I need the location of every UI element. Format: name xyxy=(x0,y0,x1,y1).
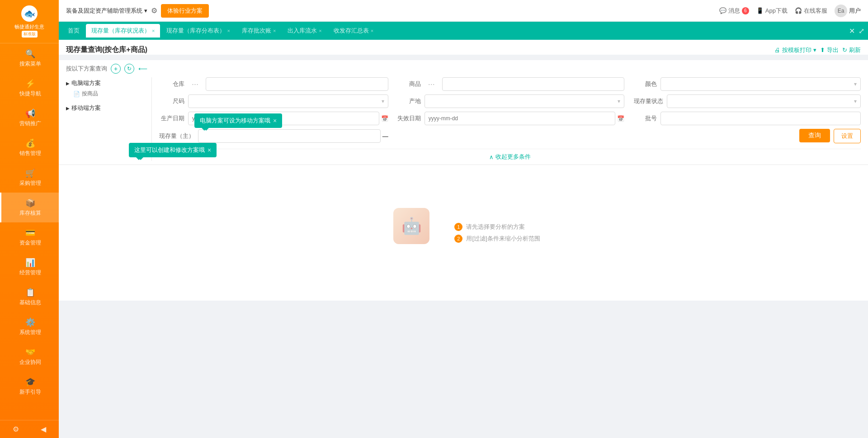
size-label: 尺码 xyxy=(159,97,184,105)
reset-button[interactable]: 设置 xyxy=(834,129,861,143)
desktop-scheme-item[interactable]: ▶ 电脑端方案 xyxy=(66,77,146,89)
empty-content: 🤖 1 请先选择要分析的方案 2 用[过滤]条件来缩小分析范围 xyxy=(387,208,540,258)
mobile-scheme-item[interactable]: ▶ 移动端方案 xyxy=(66,102,146,114)
tooltip2-close-btn[interactable]: × xyxy=(208,146,211,154)
warehouse-input-wrapper[interactable] xyxy=(206,77,388,91)
stock-main-range: — xyxy=(198,129,388,143)
page-title-bar: 现存量查询(按仓库+商品) 🖨 按模板打印 ▾ ⬆ 导出 ↻ 刷新 xyxy=(66,45,861,55)
expire-date-start[interactable] xyxy=(425,112,616,125)
sidebar-bottom: ⚙ ◀ xyxy=(0,420,59,438)
sidebar-item-operations[interactable]: 📊 经营管理 xyxy=(0,252,59,282)
sidebar-item-marketing[interactable]: 📢 营销推广 xyxy=(0,103,59,133)
user-menu[interactable]: Ea 用户 xyxy=(835,5,861,17)
tab-close-icon[interactable]: × xyxy=(152,28,155,33)
top-header: 装备及固定资产辅助管理系统 ▾ ⚙ 体验行业方案 💬 消息 6 📱 App下载 … xyxy=(59,0,868,22)
add-scheme-btn[interactable]: + xyxy=(111,64,121,74)
page-header-section: 现存量查询(按仓库+商品) 🖨 按模板打印 ▾ ⬆ 导出 ↻ 刷新 xyxy=(59,40,868,55)
sidebar-item-system[interactable]: ⚙️ 系统管理 xyxy=(0,312,59,342)
finance-icon: 💳 xyxy=(25,228,35,238)
empty-step-1: 1 请先选择要分析的方案 xyxy=(454,223,540,231)
product-input-wrapper[interactable] xyxy=(442,77,625,91)
tab-close-icon[interactable]: × xyxy=(319,28,321,33)
calendar-icon: 📅 xyxy=(381,115,388,122)
tab-inout-flow[interactable]: 出入库流水 × xyxy=(282,24,327,38)
desktop-sub-schemes: 📄 按商品 xyxy=(73,89,146,99)
settings-bottom-icon[interactable]: ⚙ xyxy=(13,425,19,433)
search-menu-icon: 🔍 xyxy=(25,49,35,59)
arrow-left-btn[interactable]: ⟵ xyxy=(138,64,148,74)
warehouse-label: 仓库 xyxy=(159,80,184,88)
collapse-sidebar-icon[interactable]: ◀ xyxy=(41,425,46,433)
edit-scheme-tooltip: 这里可以创建和修改方案哦 × xyxy=(129,143,217,157)
origin-select[interactable]: ▾ xyxy=(425,94,625,108)
fullscreen-icon[interactable]: ⤢ xyxy=(859,27,864,35)
batch-input[interactable] xyxy=(660,112,861,125)
refresh-scheme-btn[interactable]: ↻ xyxy=(124,64,134,74)
close-all-tabs-icon[interactable]: ✕ xyxy=(849,27,855,35)
product-dots[interactable]: ··· xyxy=(425,80,439,88)
sidebar: 🐟 畅捷通好生意 标准版 🔍 搜索菜单 ⚡ 快捷导航 📢 营销推广 💰 销售管理… xyxy=(0,0,59,438)
system-title[interactable]: 装备及固定资产辅助管理系统 ▾ xyxy=(66,7,147,15)
sidebar-item-finance[interactable]: 💳 资金管理 xyxy=(0,222,59,252)
export-btn[interactable]: ⬆ 导出 xyxy=(820,46,839,54)
scheme-by-product[interactable]: 📄 按商品 xyxy=(73,89,146,99)
sidebar-item-inventory[interactable]: 📦 库存核算 xyxy=(0,193,59,222)
print-template-btn[interactable]: 🖨 按模板打印 ▾ xyxy=(774,46,816,54)
printer-icon: 🖨 xyxy=(774,47,780,53)
content-area: 现存量查询(按仓库+商品) 🖨 按模板打印 ▾ ⬆ 导出 ↻ 刷新 xyxy=(59,40,868,438)
tab-close-icon[interactable]: × xyxy=(273,28,276,33)
tab-close-icon[interactable]: × xyxy=(371,28,373,33)
empty-steps-list: 1 请先选择要分析的方案 2 用[过滤]条件来缩小分析范围 xyxy=(454,223,540,243)
tab-bar-actions: ✕ ⤢ xyxy=(849,27,864,35)
sidebar-item-quick-nav[interactable]: ⚡ 快捷导航 xyxy=(0,73,59,103)
app-download-label: App下载 xyxy=(765,7,788,15)
warehouse-dots[interactable]: ··· xyxy=(188,80,202,88)
app-badge: 标准版 xyxy=(22,31,38,38)
sidebar-item-label: 快捷导航 xyxy=(19,90,41,98)
sidebar-item-purchase[interactable]: 🛒 采购管理 xyxy=(0,163,59,193)
operations-icon: 📊 xyxy=(25,258,35,268)
batch-field: 批号 xyxy=(632,112,861,125)
notice-icon: 💬 xyxy=(719,7,726,14)
produce-date-label: 生产日期 xyxy=(159,114,184,122)
experience-btn[interactable]: 体验行业方案 xyxy=(161,4,209,18)
sidebar-item-label: 新手引导 xyxy=(19,388,41,396)
collapse-btn[interactable]: ∧ 收起更多条件 xyxy=(489,153,531,161)
sub-scheme-label: 按商品 xyxy=(82,90,98,98)
tab-inventory-dist[interactable]: 现存量（库存分布表） × xyxy=(161,24,235,38)
chevron-right-icon: ▶ xyxy=(66,106,70,111)
chevron-down-icon: ▾ xyxy=(854,98,857,104)
tooltip1-close-btn[interactable]: × xyxy=(273,117,277,124)
tab-home[interactable]: 首页 xyxy=(62,24,85,38)
sidebar-item-search-menu[interactable]: 🔍 搜索菜单 xyxy=(0,43,59,73)
stock-status-field: 现存量状态 ▾ xyxy=(632,94,861,108)
print-template-label: 按模板打印 xyxy=(782,46,811,54)
sidebar-item-guide[interactable]: 🎓 新手引导 xyxy=(0,372,59,401)
export-label: 导出 xyxy=(827,46,839,54)
sidebar-item-label: 销售管理 xyxy=(19,150,41,157)
search-button[interactable]: 查询 xyxy=(799,129,830,142)
sidebar-item-basic-info[interactable]: 📋 基础信息 xyxy=(0,282,59,312)
tab-receive-summary[interactable]: 收发存汇总表 × xyxy=(328,24,379,38)
tab-inventory-status[interactable]: 现存量（库存状况表） × xyxy=(86,24,160,38)
stock-main-from[interactable] xyxy=(198,129,381,143)
sidebar-item-label: 系统管理 xyxy=(19,329,41,336)
tab-close-icon[interactable]: × xyxy=(227,28,230,33)
color-select[interactable]: ▾ xyxy=(660,77,861,91)
app-download-action[interactable]: 📱 App下载 xyxy=(756,7,788,15)
refresh-btn[interactable]: ↻ 刷新 xyxy=(842,46,861,54)
size-select[interactable]: ▾ xyxy=(188,94,388,108)
header-settings-icon[interactable]: ⚙ xyxy=(151,6,157,15)
tab-batch-account[interactable]: 库存批次账 × xyxy=(236,24,281,38)
sidebar-item-enterprise[interactable]: 🤝 企业协同 xyxy=(0,342,59,372)
origin-label: 产地 xyxy=(396,97,421,105)
notice-action[interactable]: 💬 消息 6 xyxy=(719,7,749,15)
sidebar-item-label: 企业协同 xyxy=(19,358,41,366)
stock-main-label: 现存量（主） xyxy=(159,132,194,140)
empty-state: 🤖 1 请先选择要分析的方案 2 用[过滤]条件来缩小分析范围 xyxy=(59,165,868,301)
sidebar-item-sales[interactable]: 💰 销售管理 xyxy=(0,133,59,163)
stock-status-select[interactable]: ▾ xyxy=(667,94,861,108)
filter-row-1: 仓库 ··· 商品 ··· 颜色 xyxy=(159,77,861,91)
chevron-up-icon: ∧ xyxy=(489,154,494,160)
online-support-action[interactable]: 🎧 在线客服 xyxy=(795,7,827,15)
